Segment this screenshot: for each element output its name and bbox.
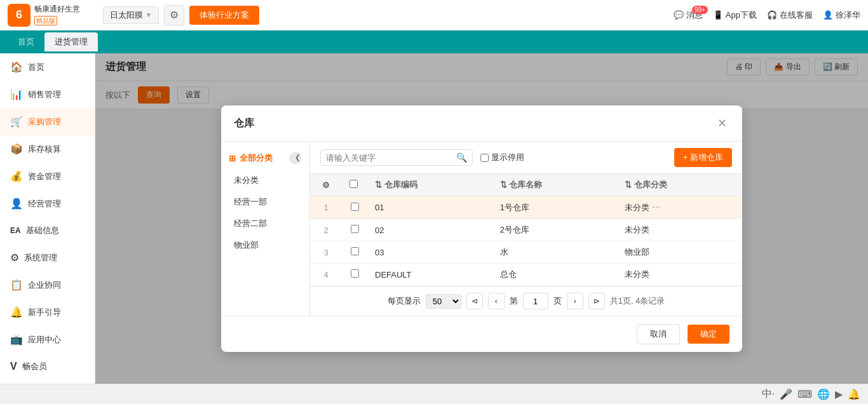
row-checkbox: [342, 196, 367, 219]
search-input[interactable]: [326, 153, 452, 163]
page-summary: 共1页, 4条记录: [610, 295, 665, 307]
row-num: 3: [310, 241, 342, 264]
col-settings: ⚙: [310, 174, 342, 196]
first-page-button[interactable]: ⊲: [466, 293, 483, 309]
col-code: ⇅ 仓库编码: [367, 174, 492, 196]
sidebar-item-finance[interactable]: 💰 资金管理: [0, 163, 95, 190]
online-service-button[interactable]: 🎧 在线客服: [767, 10, 813, 21]
category-item-dept1[interactable]: 经营一部: [221, 191, 309, 213]
row-num: 2: [310, 219, 342, 241]
grid-icon: ⊞: [229, 154, 236, 163]
row-code: 03: [367, 241, 492, 264]
store-selector[interactable]: 日太阳膜 ▼: [103, 6, 159, 24]
table-row[interactable]: 4 DEFAULT 总仓 未分类: [310, 264, 742, 286]
tab-purchase[interactable]: 进货管理: [44, 32, 98, 51]
sidebar-item-basic-info[interactable]: EA 基础信息: [0, 217, 95, 244]
table-wrapper: ⚙ ⇅ 仓库编码 ⇅ 仓库名称: [310, 174, 742, 286]
notification-icon[interactable]: 🔔: [848, 388, 860, 400]
col-category: ⇅ 仓库分类: [617, 174, 742, 196]
sidebar-item-member[interactable]: V 畅会员: [0, 353, 95, 380]
sidebar-item-inventory[interactable]: 📦 库存核算: [0, 135, 95, 163]
sidebar-item-management[interactable]: 👤 经营管理: [0, 190, 95, 217]
modal-close-button[interactable]: ✕: [714, 116, 729, 131]
cancel-button[interactable]: 取消: [637, 324, 680, 344]
confirm-button[interactable]: 确定: [688, 325, 729, 344]
show-disabled-checkbox[interactable]: 显示停用: [480, 152, 524, 163]
row-num: 4: [310, 264, 342, 286]
dropdown-arrow-icon: ▼: [146, 11, 152, 18]
search-box: 🔍: [320, 149, 473, 166]
row-category: 未分类: [617, 219, 742, 241]
table-row[interactable]: 2 02 2号仓库 未分类: [310, 219, 742, 241]
keyboard-icon[interactable]: ⌨: [797, 388, 812, 400]
more-icon[interactable]: ···: [652, 201, 660, 212]
inventory-icon: 📦: [10, 143, 23, 155]
search-icon[interactable]: 🔍: [456, 152, 467, 163]
category-item-dept2[interactable]: 经营二部: [221, 213, 309, 234]
tab-home[interactable]: 首页: [8, 32, 44, 51]
avatar-icon: 👤: [823, 10, 833, 20]
sidebar-item-guide[interactable]: 🔔 新手引导: [0, 299, 95, 326]
sidebar-item-sales[interactable]: 📊 销售管理: [0, 81, 95, 108]
trial-button[interactable]: 体验行业方案: [189, 6, 259, 25]
row-name: 总仓: [492, 264, 618, 286]
row-code: 02: [367, 219, 492, 241]
table-row[interactable]: 1 01 1号仓库 未分类 ···: [310, 196, 742, 219]
modal-body: ⊞ 全部分类 《 未分类 经营一部 经营二部 物业部: [221, 142, 742, 316]
next-page-button[interactable]: ›: [567, 293, 583, 309]
page-number-input[interactable]: [523, 293, 548, 309]
logo-area: 6 畅康通好生意 精品版: [8, 4, 103, 27]
app-download-button[interactable]: 📱 App下载: [713, 10, 757, 21]
row-category: 未分类: [617, 264, 742, 286]
main-content: 进货管理 🖨 印 📤 导出 🔄 刷新 按以下 查询 设置 仓库 ✕: [95, 53, 868, 404]
header-settings-button[interactable]: ⚙: [164, 5, 184, 25]
main-layout: 🏠 首页 📊 销售管理 🛒 采购管理 📦 库存核算 💰 资金管理 👤 经营管理 …: [0, 53, 868, 404]
logo-icon: 6: [8, 4, 31, 27]
row-checkbox: [342, 241, 367, 264]
sales-icon: 📊: [10, 88, 23, 100]
sidebar: 🏠 首页 📊 销售管理 🛒 采购管理 📦 库存核算 💰 资金管理 👤 经营管理 …: [0, 53, 95, 404]
bottom-bar: 中· 🎤 ⌨ 🌐 ▶ 🔔: [0, 384, 868, 404]
select-all-checkbox[interactable]: [349, 180, 358, 188]
category-item-property[interactable]: 物业部: [221, 234, 309, 256]
per-page-select[interactable]: 50 100 200: [426, 294, 461, 309]
sidebar-item-app-center[interactable]: 📺 应用中心: [0, 326, 95, 353]
table-toolbar: 🔍 显示停用 + 新增仓库: [310, 142, 742, 174]
category-header[interactable]: ⊞ 全部分类 《: [221, 147, 309, 170]
warehouse-table: ⚙ ⇅ 仓库编码 ⇅ 仓库名称: [310, 174, 742, 286]
prev-page-button[interactable]: ‹: [488, 293, 505, 309]
mic-icon[interactable]: 🎤: [780, 388, 792, 400]
sidebar-item-purchase[interactable]: 🛒 采购管理: [0, 108, 95, 135]
basic-info-icon: EA: [10, 226, 21, 235]
last-page-button[interactable]: ⊳: [588, 293, 605, 309]
add-warehouse-button[interactable]: + 新增仓库: [674, 148, 732, 167]
play-icon[interactable]: ▶: [835, 388, 843, 400]
message-icon: 💬: [674, 10, 684, 20]
sidebar-item-enterprise[interactable]: 📋 企业协同: [0, 271, 95, 299]
sidebar-item-home[interactable]: 🏠 首页: [0, 53, 95, 81]
category-item-unclassified[interactable]: 未分类: [221, 170, 309, 191]
row-checkbox: [342, 219, 367, 241]
table-header-row: ⚙ ⇅ 仓库编码 ⇅ 仓库名称: [310, 174, 742, 196]
disabled-checkbox-input[interactable]: [480, 154, 489, 162]
user-menu[interactable]: 👤 徐泽华: [823, 10, 860, 21]
modal-title: 仓库: [234, 117, 254, 130]
row-code: DEFAULT: [367, 264, 492, 286]
purchase-icon: 🛒: [10, 116, 23, 128]
header-right: 💬 消息 99+ 📱 App下载 🎧 在线客服 👤 徐泽华: [674, 10, 860, 21]
row-category: 物业部: [617, 241, 742, 264]
language-icon[interactable]: 🌐: [817, 388, 830, 400]
headset-icon: 🎧: [767, 10, 777, 20]
table-row[interactable]: 3 03 水 物业部: [310, 241, 742, 264]
collapse-button[interactable]: 《: [289, 152, 302, 165]
per-page-label: 每页显示: [388, 295, 421, 307]
modal-overlay: 仓库 ✕ ⊞ 全部分类 《 未分类 经营一部 经营二部 物业部: [95, 53, 868, 404]
home-icon: 🏠: [10, 61, 23, 73]
message-button[interactable]: 💬 消息 99+: [674, 10, 703, 21]
sidebar-item-system[interactable]: ⚙ 系统管理: [0, 244, 95, 271]
nav-tabs: 首页 进货管理: [0, 30, 868, 53]
finance-icon: 💰: [10, 170, 23, 182]
enterprise-icon: 📋: [10, 279, 23, 291]
page-prefix: 第: [510, 295, 518, 307]
row-num: 1: [310, 196, 342, 219]
